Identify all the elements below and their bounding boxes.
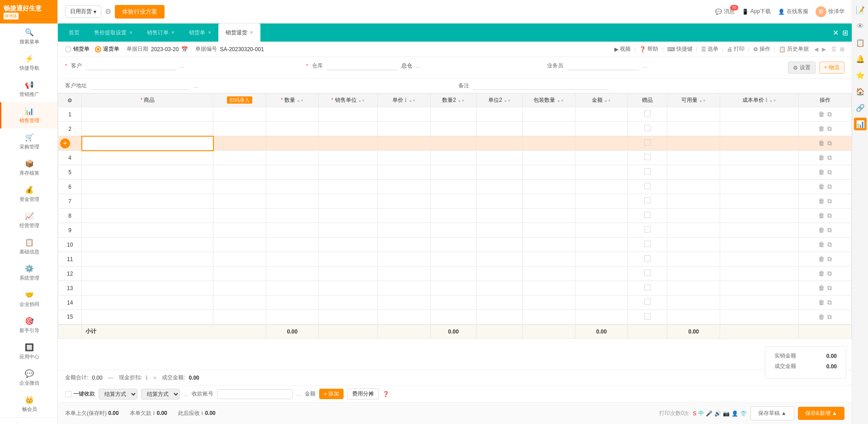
amount-cell-13[interactable] <box>575 281 627 295</box>
gift-checkbox-9[interactable] <box>644 226 651 233</box>
right-panel-icon-2[interactable]: 👁 <box>854 20 867 33</box>
pkg-cell-3[interactable] <box>523 136 575 151</box>
sales-unit-cell-3[interactable] <box>319 136 378 151</box>
product-cell-11[interactable] <box>82 252 213 267</box>
price-cell-8[interactable] <box>378 209 430 223</box>
prev-record-icon[interactable]: ◀ <box>814 46 818 52</box>
close-tab-icon[interactable]: ✕ <box>833 29 839 37</box>
delete-row-icon-1[interactable]: 🗑 <box>818 110 825 118</box>
gift-checkbox-2[interactable] <box>644 125 651 131</box>
sidebar-item-member[interactable]: 👑 畅会员 <box>0 391 57 417</box>
sidebar-item-enterprise[interactable]: 🤝 企业协同 <box>0 286 57 312</box>
gift-checkbox-14[interactable] <box>644 299 651 305</box>
pkg-cell-8[interactable] <box>523 209 575 223</box>
tab-sales-order[interactable]: 销售订单 × <box>140 24 182 42</box>
gift-checkbox-1[interactable] <box>644 110 651 117</box>
messages-button[interactable]: 💬 消息 70 <box>715 8 735 15</box>
qty2-cell-2[interactable] <box>430 122 476 136</box>
available-cell-11[interactable] <box>667 252 720 267</box>
right-panel-icon-6[interactable]: 🏠 <box>854 85 867 98</box>
amount-cell-15[interactable] <box>575 310 627 324</box>
price-cell-3[interactable] <box>378 136 430 151</box>
gift-checkbox-7[interactable] <box>644 197 651 204</box>
unit2-cell-2[interactable] <box>476 122 523 136</box>
amount-cell-4[interactable] <box>575 151 627 165</box>
action-video[interactable]: ▶ 视频 <box>614 45 631 53</box>
calendar-icon[interactable]: 📅 <box>181 46 188 52</box>
sidebar-item-purchase[interactable]: 🛒 采购管理 <box>0 129 57 155</box>
pkg-cell-6[interactable] <box>523 180 575 194</box>
account-dots[interactable]: ... <box>184 391 188 397</box>
address-dots[interactable]: ... <box>193 83 198 89</box>
gift-cell-15[interactable] <box>628 310 667 324</box>
amount-cell-1[interactable] <box>575 107 627 122</box>
sidebar-item-basics[interactable]: 📋 基础信息 <box>0 233 57 260</box>
gift-cell-11[interactable] <box>628 252 667 267</box>
product-cell-14[interactable] <box>82 295 213 310</box>
available-cell-2[interactable] <box>667 122 720 136</box>
cost-cell-15[interactable] <box>720 310 799 324</box>
qty-cell-8[interactable] <box>266 209 318 223</box>
qty-cell-14[interactable] <box>266 295 318 310</box>
right-panel-icon-8[interactable]: 📊 <box>854 118 867 130</box>
tab-sales-delivery[interactable]: 销货单 × <box>182 24 218 42</box>
copy-row-icon-4[interactable]: ⧉ <box>827 154 832 162</box>
qty-cell-11[interactable] <box>266 252 318 267</box>
qty2-cell-14[interactable] <box>430 295 476 310</box>
action-help[interactable]: ❓ 帮助 <box>639 45 658 53</box>
amount-cell-8[interactable] <box>575 209 627 223</box>
one-click-payment-checkbox[interactable]: 一键收款 <box>65 390 95 398</box>
add-row-button[interactable]: + <box>60 138 70 148</box>
cost-cell-1[interactable] <box>720 107 799 122</box>
settings-bottom-icon[interactable]: ⚙ <box>14 422 20 424</box>
amount-cell-14[interactable] <box>575 295 627 310</box>
pkg-cell-10[interactable] <box>523 238 575 252</box>
price-cell-11[interactable] <box>378 252 430 267</box>
amount-cell-7[interactable] <box>575 194 627 209</box>
delete-row-icon-14[interactable]: 🗑 <box>818 299 825 306</box>
gift-cell-13[interactable] <box>628 281 667 295</box>
sales-unit-cell-9[interactable] <box>319 223 378 238</box>
user-menu[interactable]: 徐 徐泽华 <box>816 6 844 17</box>
cost-cell-3[interactable] <box>720 136 799 151</box>
amount-cell-12[interactable] <box>575 267 627 281</box>
qty-cell-12[interactable] <box>266 267 318 281</box>
action-select[interactable]: ☰ 选单 <box>701 45 718 53</box>
cost-cell-13[interactable] <box>720 281 799 295</box>
qty-cell-4[interactable] <box>266 151 318 165</box>
qty2-cell-6[interactable] <box>430 180 476 194</box>
account-input[interactable] <box>217 389 293 399</box>
cost-cell-5[interactable] <box>720 165 799 180</box>
qty2-cell-5[interactable] <box>430 165 476 180</box>
right-panel-icon-1[interactable]: 📝 <box>854 4 867 16</box>
product-cell-9[interactable] <box>82 223 213 238</box>
payment-checkbox-input[interactable] <box>65 391 71 397</box>
amount-cell-3[interactable] <box>575 136 627 151</box>
product-cell-8[interactable] <box>82 209 213 223</box>
price-cell-13[interactable] <box>378 281 430 295</box>
qty2-cell-10[interactable] <box>430 238 476 252</box>
copy-row-icon-15[interactable]: ⧉ <box>827 313 832 321</box>
payment-method-select[interactable]: 结算方式 <box>99 389 137 400</box>
available-cell-8[interactable] <box>667 209 720 223</box>
gift-cell-1[interactable] <box>628 107 667 122</box>
copy-row-icon-5[interactable]: ⧉ <box>827 168 832 176</box>
tab-sales-return[interactable]: 销货退货 × <box>218 24 260 42</box>
qty-cell-7[interactable] <box>266 194 318 209</box>
qty2-cell-7[interactable] <box>430 194 476 209</box>
cost-cell-7[interactable] <box>720 194 799 209</box>
sales-unit-cell-6[interactable] <box>319 180 378 194</box>
pkg-cell-5[interactable] <box>523 165 575 180</box>
pkg-cell-1[interactable] <box>523 107 575 122</box>
amount-cell-5[interactable] <box>575 165 627 180</box>
list-view-icon[interactable]: ☰ <box>831 46 836 52</box>
delete-row-icon-3[interactable]: 🗑 <box>818 139 825 147</box>
sidebar-item-apps[interactable]: 🔲 应用中心 <box>0 338 57 365</box>
pkg-cell-4[interactable] <box>523 151 575 165</box>
qty-cell-10[interactable] <box>266 238 318 252</box>
qty-cell-6[interactable] <box>266 180 318 194</box>
right-panel-icon-5[interactable]: ⭐ <box>854 69 867 81</box>
unit2-cell-9[interactable] <box>476 223 523 238</box>
price-cell-2[interactable] <box>378 122 430 136</box>
delete-row-icon-11[interactable]: 🗑 <box>818 255 825 263</box>
